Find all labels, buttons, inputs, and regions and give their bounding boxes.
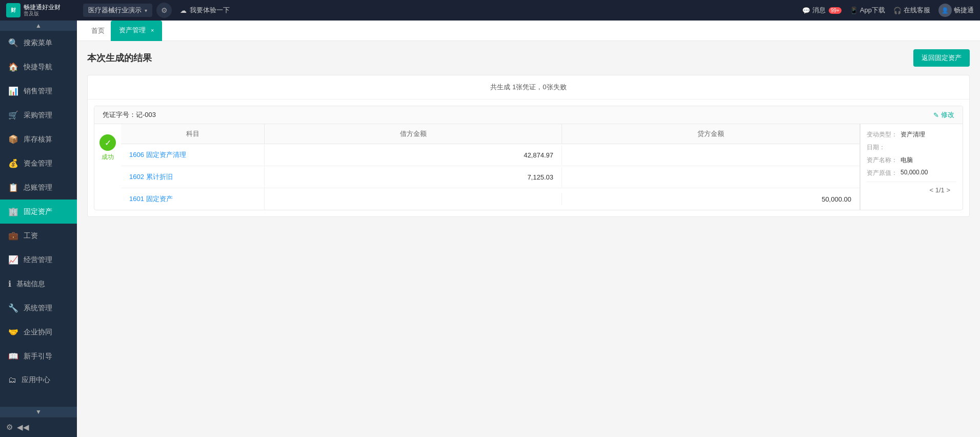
page-title: 本次生成的结果	[87, 52, 152, 64]
app-center-icon: 🗂	[8, 375, 16, 385]
col-subject: 科目	[121, 124, 265, 144]
inventory-icon: 📦	[8, 134, 18, 144]
sales-icon: 📊	[8, 86, 18, 96]
edit-icon: ✎	[933, 111, 939, 119]
edit-voucher-button[interactable]: ✎ 修改	[933, 110, 954, 120]
tab-bar: 首页 资产管理 ×	[77, 21, 980, 41]
voucher-number: 凭证字号：记-003	[103, 110, 156, 120]
tab-asset-management[interactable]: 资产管理 ×	[111, 21, 162, 41]
guide-icon: 📖	[8, 351, 18, 361]
row2-debit: 7,125.03	[265, 167, 562, 187]
sidebar-item-app-center[interactable]: 🗂 应用中心	[0, 368, 77, 392]
enterprise-icon: 🤝	[8, 327, 18, 337]
col-credit: 贷方金额	[562, 124, 859, 144]
pagination[interactable]: < 1/1 >	[867, 182, 956, 198]
gear-button[interactable]: ⚙	[156, 3, 172, 18]
page-header-row: 本次生成的结果 返回固定资产	[87, 49, 970, 67]
tab-close-icon[interactable]: ×	[151, 27, 154, 33]
sidebar: ▲ 🔍 搜索菜单 🏠 快捷导航 📊 销售管理 🛒 采购管理 📦 库存核算	[0, 21, 77, 437]
row3-subject: 1601 固定资产	[121, 188, 265, 210]
logo-icon: 财	[6, 3, 21, 17]
headset-icon: 🎧	[893, 7, 902, 14]
table-row: 1602 累计折旧 7,125.03	[121, 166, 859, 188]
info-icon: ℹ	[8, 279, 11, 289]
sidebar-item-inventory[interactable]: 📦 库存核算	[0, 127, 77, 151]
row2-subject: 1602 累计折旧	[121, 166, 265, 188]
info-asset-name: 资产名称： 电脑	[867, 156, 956, 165]
message-badge: 99+	[829, 7, 842, 14]
return-fixed-assets-button[interactable]: 返回固定资产	[913, 49, 970, 67]
online-service-button[interactable]: 🎧 在线客服	[893, 6, 930, 15]
row1-subject: 1606 固定资产清理	[121, 144, 265, 166]
sidebar-item-funds[interactable]: 💰 资金管理	[0, 151, 77, 175]
page-content: 本次生成的结果 返回固定资产 共生成 1张凭证，0张失败 凭证字号：记-003 …	[77, 41, 980, 437]
top-header: 财 畅捷通好业财 普及版 医疗器械行业演示 ▾ ⚙ ☁ 我要体验一下 💬 消息 …	[0, 0, 980, 21]
sidebar-footer: ⚙ ◀◀	[0, 417, 77, 437]
info-original-value: 资产原值： 50,000.00	[867, 169, 956, 177]
purchase-icon: 🛒	[8, 110, 18, 120]
tab-home[interactable]: 首页	[85, 21, 111, 41]
voucher-body: ✓ 成功 科目 借方金额 贷方金额 160	[94, 124, 963, 210]
sidebar-scroll: 🔍 搜索菜单 🏠 快捷导航 📊 销售管理 🛒 采购管理 📦 库存核算 💰	[0, 31, 77, 407]
main-layout: ▲ 🔍 搜索菜单 🏠 快捷导航 📊 销售管理 🛒 采购管理 📦 库存核算	[0, 21, 980, 437]
table-header: 科目 借方金额 贷方金额	[121, 124, 859, 144]
funds-icon: 💰	[8, 158, 18, 168]
company-selector[interactable]: 医疗器械行业演示 ▾	[83, 4, 152, 17]
voucher-header: 凭证字号：记-003 ✎ 修改	[94, 106, 963, 124]
sidebar-item-operations[interactable]: 📈 经营管理	[0, 248, 77, 272]
collapse-sidebar-button[interactable]: ◀◀	[17, 423, 29, 432]
experience-button[interactable]: ☁ 我要体验一下	[180, 6, 230, 15]
result-panel: 共生成 1张凭证，0张失败 凭证字号：记-003 ✎ 修改	[87, 75, 970, 217]
content-area: 首页 资产管理 × 本次生成的结果 返回固定资产 共生成 1张凭证，0张失败 凭…	[77, 21, 980, 437]
success-icon: ✓	[99, 134, 116, 151]
success-label: 成功	[102, 153, 114, 162]
sidebar-item-sales[interactable]: 📊 销售管理	[0, 79, 77, 103]
sidebar-item-basic-info[interactable]: ℹ 基础信息	[0, 272, 77, 296]
sidebar-item-quick-nav[interactable]: 🏠 快捷导航	[0, 55, 77, 79]
logo-text: 畅捷通好业财 普及版	[24, 4, 61, 17]
sidebar-item-system[interactable]: 🔧 系统管理	[0, 296, 77, 320]
logo-area: 财 畅捷通好业财 普及版	[6, 3, 83, 17]
chevron-down-icon: ▾	[145, 8, 147, 13]
row3-credit: 50,000.00	[562, 189, 859, 209]
result-summary: 共生成 1张凭证，0张失败	[88, 75, 969, 100]
search-icon: 🔍	[8, 38, 18, 48]
phone-icon: 📱	[850, 7, 858, 14]
ledger-icon: 📋	[8, 183, 18, 192]
voucher-table: 科目 借方金额 贷方金额 1606 固定资产清理 42,874.97 1602 …	[121, 124, 860, 210]
col-debit: 借方金额	[265, 124, 562, 144]
message-button[interactable]: 💬 消息 99+	[802, 6, 842, 15]
sidebar-scroll-down[interactable]: ▼	[0, 407, 77, 417]
voucher-info-panel: 变动类型： 资产清理 日期： 资产名称： 电脑	[860, 124, 963, 210]
fixed-assets-icon: 🏢	[8, 207, 18, 216]
row2-credit	[562, 171, 859, 183]
sidebar-item-enterprise[interactable]: 🤝 企业协同	[0, 320, 77, 344]
sidebar-scroll-up[interactable]: ▲	[0, 21, 77, 31]
sidebar-item-ledger[interactable]: 📋 总账管理	[0, 175, 77, 200]
row3-debit	[265, 193, 562, 205]
sidebar-item-purchase[interactable]: 🛒 采购管理	[0, 103, 77, 127]
system-icon: 🔧	[8, 303, 18, 313]
voucher-status: ✓ 成功	[94, 124, 121, 210]
sidebar-item-fixed-assets[interactable]: 🏢 固定资产	[0, 200, 77, 224]
home-icon: 🏠	[8, 62, 18, 72]
user-icon: 👤	[942, 7, 949, 14]
user-profile[interactable]: 👤 畅捷通	[938, 4, 974, 17]
table-row: 1601 固定资产 50,000.00	[121, 188, 859, 210]
payroll-icon: 💼	[8, 231, 18, 241]
cloud-icon: ☁	[180, 7, 187, 14]
app-download-button[interactable]: 📱 App下载	[850, 6, 885, 15]
sidebar-item-payroll[interactable]: 💼 工资	[0, 224, 77, 248]
row1-debit: 42,874.97	[265, 145, 562, 165]
table-row: 1606 固定资产清理 42,874.97	[121, 144, 859, 166]
voucher-block: 凭证字号：记-003 ✎ 修改 ✓ 成功	[94, 106, 963, 210]
avatar: 👤	[938, 4, 952, 17]
sidebar-item-guide[interactable]: 📖 新手引导	[0, 344, 77, 368]
settings-button[interactable]: ⚙	[6, 423, 13, 432]
info-change-type: 变动类型： 资产清理	[867, 130, 956, 139]
row1-credit	[562, 149, 859, 161]
message-icon: 💬	[802, 7, 810, 14]
operations-icon: 📈	[8, 255, 18, 265]
header-right: 💬 消息 99+ 📱 App下载 🎧 在线客服 👤 畅捷通	[802, 4, 974, 17]
sidebar-item-search[interactable]: 🔍 搜索菜单	[0, 31, 77, 55]
